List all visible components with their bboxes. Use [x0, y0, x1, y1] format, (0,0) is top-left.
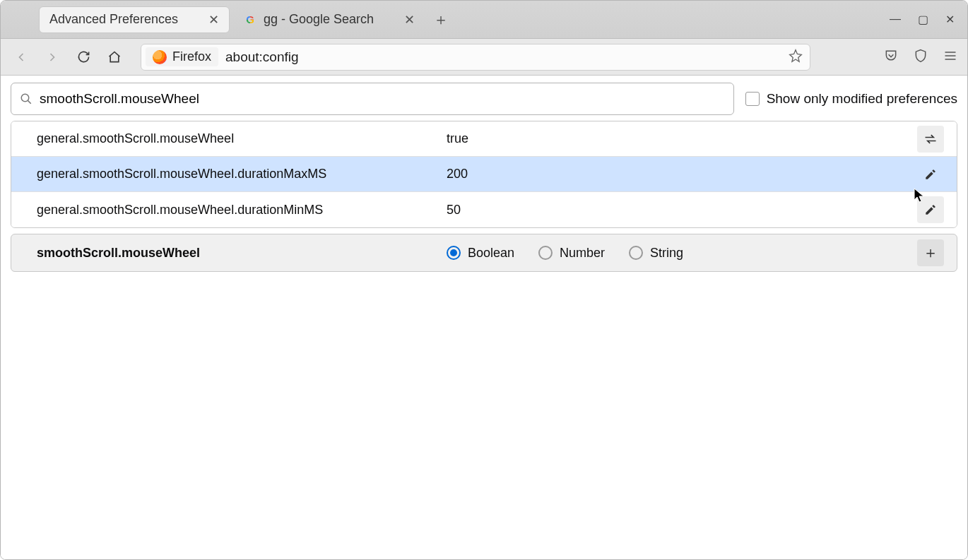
back-button[interactable]: [11, 47, 32, 68]
pencil-icon: [924, 168, 937, 181]
show-modified-label: Show only modified preferences: [767, 91, 957, 107]
pocket-icon[interactable]: [884, 49, 898, 66]
url-text: about:config: [225, 49, 789, 65]
search-icon: [20, 93, 33, 105]
preferences-table: general.smoothScroll.mouseWheel true gen…: [11, 121, 957, 228]
navigation-toolbar: Firefox about:config: [1, 39, 967, 76]
pref-row[interactable]: general.smoothScroll.mouseWheel.duration…: [11, 157, 957, 192]
site-identity[interactable]: Firefox: [146, 47, 218, 66]
reload-button[interactable]: [73, 47, 94, 68]
type-radio-group: Boolean Number String: [447, 246, 683, 261]
tab-title: Advanced Preferences: [49, 12, 208, 27]
shield-icon[interactable]: [914, 49, 928, 66]
google-icon: G: [244, 13, 256, 26]
radio-icon: [538, 246, 553, 260]
close-window-icon[interactable]: ✕: [945, 13, 955, 26]
pref-value: 50: [447, 203, 917, 218]
window-controls: — ▢ ✕: [890, 13, 967, 26]
pref-value: true: [447, 131, 917, 146]
toggle-icon: [923, 132, 938, 146]
tab-advanced-preferences[interactable]: Advanced Preferences ✕: [39, 6, 230, 33]
pref-name: general.smoothScroll.mouseWheel.duration…: [37, 167, 447, 181]
edit-button[interactable]: [917, 196, 944, 223]
pref-row[interactable]: general.smoothScroll.mouseWheel.duration…: [11, 192, 957, 227]
forward-button[interactable]: [42, 47, 63, 68]
show-modified-toggle[interactable]: Show only modified preferences: [745, 91, 957, 107]
tab-google-search[interactable]: G gg - Google Search ✕: [234, 6, 425, 33]
svg-point-0: [21, 94, 29, 102]
add-preference-row: smoothScroll.mouseWheel Boolean Number S…: [11, 234, 957, 272]
radio-label: Boolean: [468, 246, 514, 261]
add-button[interactable]: ＋: [917, 239, 944, 266]
radio-number[interactable]: Number: [538, 246, 605, 261]
new-pref-name: smoothScroll.mouseWheel: [37, 246, 447, 261]
close-icon[interactable]: ✕: [403, 14, 415, 25]
toggle-button[interactable]: [917, 126, 944, 153]
maximize-icon[interactable]: ▢: [918, 13, 928, 26]
menu-icon[interactable]: [943, 49, 957, 66]
url-bar[interactable]: Firefox about:config: [141, 44, 810, 71]
radio-boolean[interactable]: Boolean: [447, 246, 514, 261]
about-config-content: Show only modified preferences general.s…: [1, 76, 967, 559]
search-input[interactable]: [40, 91, 725, 107]
pref-value: 200: [447, 167, 917, 181]
radio-label: Number: [560, 246, 605, 261]
pref-name: general.smoothScroll.mouseWheel.duration…: [37, 203, 447, 218]
radio-string[interactable]: String: [629, 246, 683, 261]
close-icon[interactable]: ✕: [208, 14, 219, 25]
identity-label: Firefox: [172, 49, 211, 64]
bookmark-star-icon[interactable]: [789, 49, 803, 66]
pencil-icon: [924, 203, 937, 216]
minimize-icon[interactable]: —: [890, 13, 901, 26]
radio-icon: [629, 246, 643, 260]
edit-button[interactable]: [917, 161, 944, 188]
preference-search[interactable]: [11, 83, 734, 115]
plus-icon: ＋: [923, 242, 938, 263]
pref-name: general.smoothScroll.mouseWheel: [37, 131, 447, 146]
radio-label: String: [650, 246, 683, 261]
tab-title: gg - Google Search: [264, 12, 403, 27]
pref-row[interactable]: general.smoothScroll.mouseWheel true: [11, 121, 957, 157]
home-button[interactable]: [104, 47, 125, 68]
firefox-icon: [153, 50, 167, 64]
new-tab-button[interactable]: ＋: [429, 8, 453, 32]
tab-strip: Advanced Preferences ✕ G gg - Google Sea…: [1, 1, 967, 39]
checkbox-icon[interactable]: [745, 92, 760, 106]
radio-icon: [447, 246, 461, 260]
